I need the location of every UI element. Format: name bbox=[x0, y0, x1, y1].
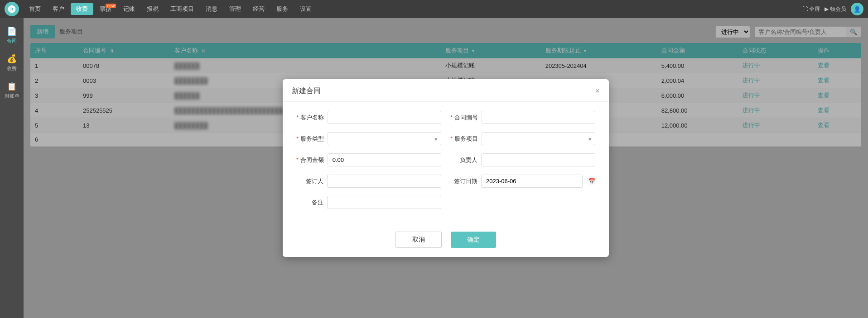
nav-service[interactable]: 服务 bbox=[271, 3, 294, 15]
calendar-icon[interactable]: 📅 bbox=[588, 178, 595, 185]
sign-date-label: 签订日期 bbox=[450, 177, 477, 185]
form-row-1: 客户名称 合同编号 bbox=[296, 111, 595, 124]
new-badge: new bbox=[106, 4, 116, 8]
responsible-label: 负责人 bbox=[450, 156, 477, 164]
remark-input[interactable] bbox=[327, 196, 441, 209]
fullscreen-button[interactable]: ⛶ 全屏 bbox=[802, 5, 820, 13]
nav-record[interactable]: 记账 bbox=[118, 3, 140, 15]
form-row-3: 合同金额 负责人 bbox=[296, 153, 595, 166]
sidebar-item-billing[interactable]: 💰 收费 bbox=[1, 50, 23, 76]
form-group-customer: 客户名称 bbox=[296, 111, 441, 124]
service-type-label: 服务类型 bbox=[296, 135, 324, 143]
member-icon: ▶ bbox=[825, 6, 829, 12]
billing-icon: 💰 bbox=[7, 54, 17, 64]
member-button[interactable]: ▶ 畅会员 bbox=[825, 5, 846, 13]
form-group-amount: 合同金额 bbox=[296, 153, 441, 166]
service-item-select[interactable] bbox=[482, 132, 595, 145]
contract-icon: 📄 bbox=[7, 26, 17, 36]
amount-input[interactable] bbox=[328, 153, 441, 166]
form-group-responsible: 负责人 bbox=[450, 153, 595, 166]
form-group-service-type: 服务类型 bbox=[296, 132, 441, 145]
new-contract-modal: 新建合同 × 客户名称 合同编号 bbox=[283, 79, 609, 257]
modal-body: 客户名称 合同编号 服务类型 bbox=[283, 102, 609, 226]
form-group-sign-date: 签订日期 📅 bbox=[450, 175, 595, 188]
nav-customer[interactable]: 客户 bbox=[47, 3, 70, 15]
nav-home[interactable]: 首页 bbox=[24, 3, 46, 15]
contract-no-label: 合同编号 bbox=[450, 114, 478, 122]
responsible-input[interactable] bbox=[481, 153, 595, 166]
app-logo bbox=[5, 2, 19, 16]
nav-operation[interactable]: 经营 bbox=[247, 3, 270, 15]
top-navigation: 首页 客户 收费 票据 new 记账 报税 工商项目 消息 管理 经营 服务 设… bbox=[0, 0, 868, 18]
nav-tax[interactable]: 报税 bbox=[141, 3, 164, 15]
content-area: 新增 服务项目 进行中 已完成 已终止 🔍 序号 合同编号 bbox=[24, 18, 868, 318]
nav-settings[interactable]: 设置 bbox=[294, 3, 317, 15]
service-type-select[interactable] bbox=[328, 132, 441, 145]
modal-close-button[interactable]: × bbox=[595, 86, 600, 96]
modal-footer: 取消 确定 bbox=[283, 226, 609, 257]
service-item-label: 服务项目 bbox=[450, 135, 478, 143]
avatar-icon: 👤 bbox=[854, 6, 861, 13]
nav-right: ⛶ 全屏 ▶ 畅会员 👤 bbox=[802, 3, 863, 15]
contract-no-input[interactable] bbox=[482, 111, 595, 124]
nav-items: 首页 客户 收费 票据 new 记账 报税 工商项目 消息 管理 经营 服务 设… bbox=[24, 3, 802, 15]
avatar[interactable]: 👤 bbox=[851, 3, 863, 15]
remark-label: 备注 bbox=[296, 199, 323, 207]
modal-header: 新建合同 × bbox=[283, 79, 609, 102]
customer-name-label: 客户名称 bbox=[296, 114, 324, 122]
form-group-remark: 备注 bbox=[296, 196, 441, 209]
form-row-4: 签订人 签订日期 📅 bbox=[296, 175, 595, 188]
sign-date-input[interactable] bbox=[481, 175, 583, 188]
modal-overlay: 新建合同 × 客户名称 合同编号 bbox=[24, 18, 868, 318]
modal-title: 新建合同 bbox=[292, 86, 321, 96]
form-group-service-item: 服务项目 bbox=[450, 132, 595, 145]
cancel-button[interactable]: 取消 bbox=[395, 232, 442, 248]
sidebar: 📄 合同 💰 收费 📋 对账单 bbox=[0, 18, 24, 318]
form-group-contract-no: 合同编号 bbox=[450, 111, 595, 124]
sidebar-item-contract[interactable]: 📄 合同 bbox=[1, 23, 23, 48]
form-row-2: 服务类型 服务项目 bbox=[296, 132, 595, 145]
sidebar-item-reconcile[interactable]: 📋 对账单 bbox=[1, 78, 23, 103]
customer-name-input[interactable] bbox=[328, 111, 441, 124]
confirm-button[interactable]: 确定 bbox=[451, 232, 496, 248]
nav-ticket[interactable]: 票据 new bbox=[94, 3, 117, 15]
reconcile-icon: 📋 bbox=[7, 81, 17, 91]
nav-manage[interactable]: 管理 bbox=[224, 3, 246, 15]
form-group-signer: 签订人 bbox=[296, 175, 441, 188]
form-row-5: 备注 bbox=[296, 196, 595, 209]
fullscreen-icon: ⛶ bbox=[802, 6, 808, 12]
nav-message[interactable]: 消息 bbox=[200, 3, 223, 15]
nav-business[interactable]: 工商项目 bbox=[165, 3, 199, 15]
nav-invoice[interactable]: 收费 bbox=[71, 3, 93, 15]
signer-label: 签订人 bbox=[296, 177, 323, 185]
signer-input[interactable] bbox=[327, 175, 441, 188]
amount-label: 合同金额 bbox=[296, 156, 324, 164]
main-layout: 📄 合同 💰 收费 📋 对账单 新增 服务项目 进行中 已完成 已终止 🔍 bbox=[0, 18, 868, 318]
